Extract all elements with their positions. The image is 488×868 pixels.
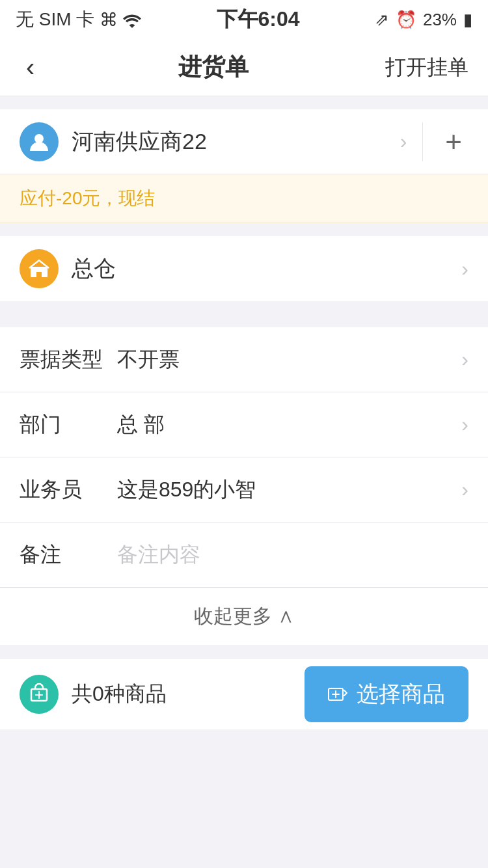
- wifi-icon: ⌘: [100, 9, 141, 31]
- battery-icon: ▮: [463, 10, 472, 30]
- notice-text: 应付-20元，现结: [20, 188, 155, 208]
- warehouse-row[interactable]: 总仓 ›: [0, 236, 488, 301]
- department-chevron-icon: ›: [461, 413, 468, 437]
- add-supplier-button[interactable]: +: [439, 119, 468, 165]
- divider: [422, 122, 423, 161]
- gap-1: [0, 96, 488, 109]
- battery-text: 23%: [423, 10, 457, 30]
- invoice-type-label: 票据类型: [20, 346, 111, 374]
- status-time: 下午6:04: [217, 5, 300, 34]
- status-bar: 无 SIM 卡 ⌘ 下午6:04 ⇗ ⏰ 23% ▮: [0, 0, 488, 39]
- nav-bar: ‹ 进货单 打开挂单: [0, 39, 488, 96]
- supplier-avatar: [20, 122, 59, 161]
- alarm-icon: ⏰: [396, 10, 416, 30]
- remark-input[interactable]: 备注内容: [111, 541, 468, 569]
- collapse-text: 收起更多 ∧: [194, 603, 293, 630]
- notice-bar: 应付-20元，现结: [0, 174, 488, 223]
- department-label: 部门: [20, 411, 111, 439]
- status-left: 无 SIM 卡 ⌘: [16, 7, 141, 32]
- product-icon: [20, 675, 59, 714]
- salesperson-row[interactable]: 业务员 这是859的小智 ›: [0, 457, 488, 522]
- salesperson-label: 业务员: [20, 476, 111, 504]
- supplier-row[interactable]: 河南供应商22 › +: [0, 109, 488, 174]
- collapse-row[interactable]: 收起更多 ∧: [0, 588, 488, 645]
- gap-2: [0, 223, 488, 236]
- supplier-section: 河南供应商22 › + 应付-20元，现结: [0, 109, 488, 223]
- location-icon: ⇗: [375, 10, 389, 30]
- svg-point-0: [34, 134, 44, 143]
- remark-row[interactable]: 备注 备注内容: [0, 522, 488, 588]
- invoice-type-chevron-icon: ›: [461, 347, 468, 372]
- warehouse-icon: [20, 249, 59, 288]
- remark-label: 备注: [20, 541, 111, 569]
- invoice-type-value: 不开票: [111, 346, 461, 374]
- salesperson-chevron-icon: ›: [461, 478, 468, 502]
- select-product-button[interactable]: 选择商品: [305, 666, 468, 722]
- department-row[interactable]: 部门 总 部 ›: [0, 392, 488, 457]
- no-sim-text: 无 SIM 卡: [16, 7, 94, 32]
- supplier-chevron-icon: ›: [400, 129, 407, 154]
- bottom-bar: 共0种商品 选择商品: [0, 658, 488, 729]
- department-value: 总 部: [111, 411, 461, 439]
- form-section: 票据类型 不开票 › 部门 总 部 › 业务员 这是859的小智 › 备注 备注…: [0, 327, 488, 645]
- select-product-label: 选择商品: [357, 679, 445, 709]
- open-pending-button[interactable]: 打开挂单: [385, 53, 468, 82]
- product-count: 共0种商品: [72, 680, 305, 709]
- warehouse-label: 总仓: [72, 254, 461, 284]
- gap-3: [0, 301, 488, 314]
- invoice-type-row[interactable]: 票据类型 不开票 ›: [0, 327, 488, 392]
- warehouse-chevron-icon: ›: [461, 257, 468, 281]
- back-button[interactable]: ‹: [20, 46, 41, 88]
- page-background: [0, 729, 488, 868]
- page-title: 进货单: [178, 51, 249, 83]
- supplier-name: 河南供应商22: [72, 127, 400, 157]
- svg-rect-2: [36, 272, 42, 277]
- status-right: ⇗ ⏰ 23% ▮: [375, 10, 472, 30]
- salesperson-value: 这是859的小智: [111, 476, 461, 504]
- warehouse-section: 总仓 ›: [0, 236, 488, 301]
